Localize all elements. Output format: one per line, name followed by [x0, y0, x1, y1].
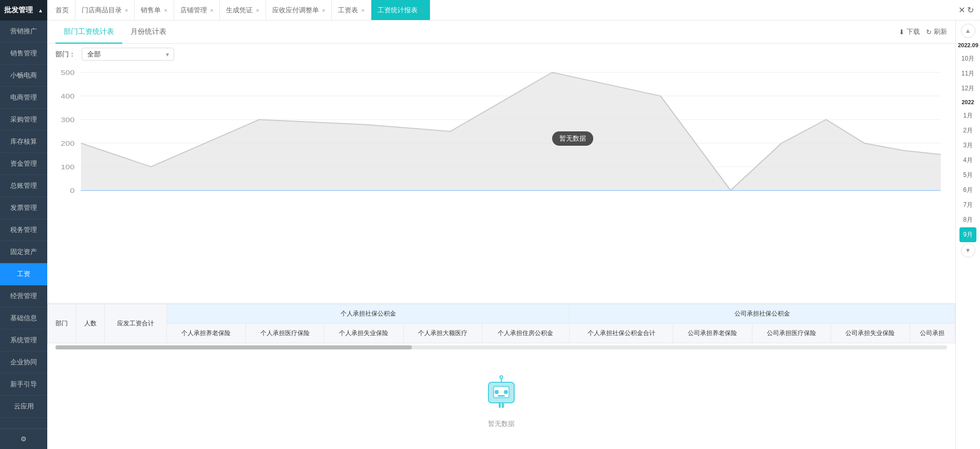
- dept-select[interactable]: 全部销售部财务部采购部仓储部: [82, 48, 174, 61]
- th-company-group: 公司承担社保公积金: [569, 304, 955, 324]
- timeline-item-9月[interactable]: 9月: [959, 227, 976, 242]
- sidebar-item-总账管理[interactable]: 总账管理: [0, 175, 47, 197]
- svg-text:200: 200: [61, 140, 74, 147]
- main-area: 首页门店商品目录×销售单×店铺管理×生成凭证×应收应付调整单×工资表×工资统计报…: [47, 0, 980, 449]
- timeline-item-4月[interactable]: 4月: [959, 153, 976, 168]
- tab-bar: 首页门店商品目录×销售单×店铺管理×生成凭证×应收应付调整单×工资表×工资统计报…: [47, 0, 980, 21]
- th-公司承担失业保险: 公司承担失业保险: [831, 324, 910, 343]
- sidebar-item-固定资产[interactable]: 固定资产: [0, 241, 47, 263]
- sidebar-item-采购管理[interactable]: 采购管理: [0, 109, 47, 131]
- tab-应收应付调整单[interactable]: 应收应付调整单×: [266, 0, 332, 20]
- tab-首页[interactable]: 首页: [49, 0, 76, 20]
- th-个人承担住房公积金: 个人承担住房公积金: [482, 324, 570, 343]
- sidebar-item-库存核算[interactable]: 库存核算: [0, 131, 47, 153]
- timeline-item-11月[interactable]: 11月: [959, 66, 976, 81]
- tab-门店商品目录[interactable]: 门店商品目录×: [76, 0, 135, 20]
- tab-close-icon[interactable]: ×: [322, 7, 325, 13]
- th-dept: 部门: [48, 304, 77, 343]
- data-table: 部门 人数 应发工资合计 个人承担社保公积金 公司承担社保公积金 个人承担养老保…: [47, 304, 955, 343]
- timeline-down-nav[interactable]: ▼: [961, 243, 975, 258]
- timeline-item-10月[interactable]: 10月: [959, 51, 976, 66]
- th-count: 人数: [76, 304, 105, 343]
- svg-point-21: [500, 376, 503, 379]
- tab-close-icon[interactable]: ×: [125, 7, 128, 13]
- sidebar-item-经营管理[interactable]: 经营管理: [0, 285, 47, 307]
- empty-icon: [481, 372, 522, 413]
- horizontal-scrollbar-thumb: [55, 345, 412, 349]
- sub-tab-月份统计表[interactable]: 月份统计表: [122, 21, 175, 44]
- tab-生成凭证[interactable]: 生成凭证×: [220, 0, 266, 20]
- sub-tab-部门工资统计表[interactable]: 部门工资统计表: [55, 21, 122, 44]
- sidebar-header[interactable]: 批发管理 ▲: [0, 0, 47, 21]
- table-scroll[interactable]: 部门 人数 应发工资合计 个人承担社保公积金 公司承担社保公积金 个人承担养老保…: [47, 304, 955, 343]
- sidebar-item-云应用[interactable]: 云应用: [0, 396, 47, 418]
- refresh-icon: ↻: [926, 28, 932, 36]
- horizontal-scrollbar[interactable]: [55, 345, 947, 349]
- close-all-icon[interactable]: ✕: [958, 5, 965, 15]
- chart-tooltip: 暂无数据: [552, 131, 593, 146]
- sidebar-item-电商管理[interactable]: 电商管理: [0, 87, 47, 109]
- timeline-item-12月[interactable]: 12月: [959, 81, 976, 96]
- timeline-up-nav[interactable]: ▲: [961, 24, 975, 38]
- tabs-container: 首页门店商品目录×销售单×店铺管理×生成凭证×应收应付调整单×工资表×工资统计报…: [49, 0, 430, 20]
- refresh-icon[interactable]: ↻: [967, 5, 974, 15]
- tab-close-icon[interactable]: ×: [256, 7, 259, 13]
- sidebar-settings-button[interactable]: ⚙: [0, 428, 47, 449]
- tab-close-icon[interactable]: ×: [164, 7, 167, 13]
- th-个人承担社保公积金合计: 个人承担社保公积金合计: [569, 324, 673, 343]
- sub-tabs: 部门工资统计表月份统计表: [55, 21, 175, 43]
- timeline-item-1月[interactable]: 1月: [959, 108, 976, 123]
- sidebar-item-税务管理[interactable]: 税务管理: [0, 219, 47, 241]
- download-button[interactable]: ⬇ 下载: [899, 27, 920, 36]
- sidebar-item-新手引导[interactable]: 新手引导: [0, 374, 47, 396]
- sidebar-item-小畅电商[interactable]: 小畅电商: [0, 65, 47, 87]
- tab-close-icon[interactable]: ×: [210, 7, 213, 13]
- svg-text:300: 300: [61, 116, 74, 123]
- sidebar-item-销售管理[interactable]: 销售管理: [0, 43, 47, 65]
- tab-label: 应收应付调整单: [272, 6, 319, 15]
- th-个人承担医疗保险: 个人承担医疗保险: [246, 324, 324, 343]
- th-公司承担养老保险: 公司承担养老保险: [673, 324, 752, 343]
- sidebar-item-资金管理[interactable]: 资金管理: [0, 153, 47, 175]
- tab-bar-actions: ✕ ↻: [954, 5, 978, 15]
- sidebar-item-系统管理[interactable]: 系统管理: [0, 329, 47, 352]
- sidebar-item-工资[interactable]: 工资: [0, 263, 47, 285]
- tab-工资统计报表[interactable]: 工资统计报表×: [371, 0, 430, 20]
- sidebar-item-基础信息[interactable]: 基础信息: [0, 307, 47, 329]
- timeline-year-label[interactable]: 2022.09: [956, 39, 980, 51]
- tab-label: 门店商品目录: [82, 6, 122, 15]
- sidebar-item-营销推广[interactable]: 营销推广: [0, 21, 47, 43]
- timeline-item-6月[interactable]: 6月: [959, 183, 976, 198]
- sidebar-item-发票管理[interactable]: 发票管理: [0, 197, 47, 219]
- gear-icon: ⚙: [21, 435, 27, 443]
- th-公司承担医疗保险: 公司承担医疗保险: [752, 324, 831, 343]
- tab-label: 工资表: [338, 6, 358, 15]
- empty-text: 暂无数据: [488, 419, 515, 428]
- timeline-item-5月[interactable]: 5月: [959, 168, 976, 183]
- svg-rect-17: [498, 395, 505, 397]
- tab-label: 工资统计报表: [378, 6, 418, 15]
- tab-close-icon[interactable]: ×: [421, 7, 424, 13]
- timeline-item-2月[interactable]: 2月: [959, 123, 976, 138]
- tab-label: 店铺管理: [180, 6, 207, 15]
- timeline-item-8月[interactable]: 8月: [959, 212, 976, 227]
- th-个人承担大额医疗: 个人承担大额医疗: [403, 324, 482, 343]
- timeline-item-3月[interactable]: 3月: [959, 138, 976, 153]
- tab-close-icon[interactable]: ×: [361, 7, 364, 13]
- refresh-button[interactable]: ↻ 刷新: [926, 27, 947, 36]
- timeline-item-7月[interactable]: 7月: [959, 198, 976, 212]
- svg-text:400: 400: [61, 92, 74, 100]
- sidebar-items: 营销推广销售管理小畅电商电商管理采购管理库存核算资金管理总账管理发票管理税务管理…: [0, 21, 47, 418]
- svg-rect-18: [499, 403, 501, 408]
- svg-text:500: 500: [61, 69, 74, 76]
- tab-label: 生成凭证: [226, 6, 253, 15]
- sidebar-arrow-icon: ▲: [38, 8, 43, 13]
- th-salary: 应发工资合计: [105, 304, 167, 343]
- timeline-item-2022[interactable]: 2022: [959, 96, 976, 108]
- tab-店铺管理[interactable]: 店铺管理×: [174, 0, 220, 20]
- tab-销售单[interactable]: 销售单×: [135, 0, 174, 20]
- download-icon: ⬇: [899, 28, 904, 36]
- page-content: 部门工资统计表月份统计表 ⬇ 下载 ↻ 刷新 部门： 全部销售部财务部采购部仓储…: [47, 21, 955, 449]
- sidebar-item-企业协同[interactable]: 企业协同: [0, 352, 47, 374]
- tab-工资表[interactable]: 工资表×: [332, 0, 371, 20]
